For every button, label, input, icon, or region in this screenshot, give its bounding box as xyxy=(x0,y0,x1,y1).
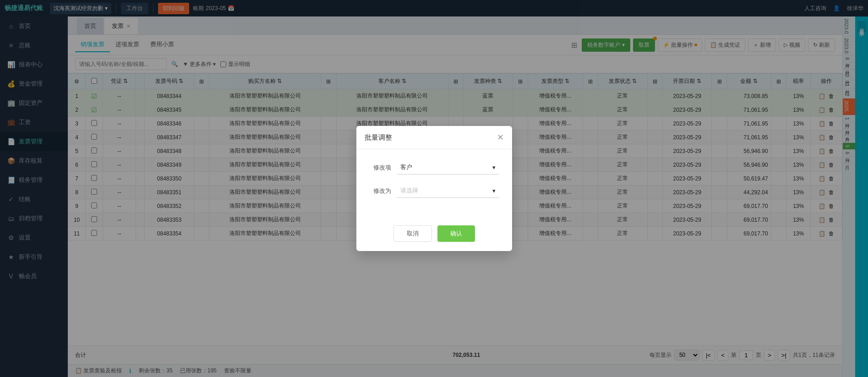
dropdown-arrow-icon: ▾ xyxy=(492,164,496,171)
modal-close-button[interactable]: ✕ xyxy=(497,132,504,142)
modal-footer: 取消 确认 xyxy=(356,218,512,251)
modify-to-label: 修改为 xyxy=(369,187,391,195)
modify-field-select[interactable]: 客户 ▾ xyxy=(397,160,499,175)
modify-to-select[interactable]: 请选择 ▾ xyxy=(397,184,499,198)
modify-to-row: 修改为 请选择 ▾ xyxy=(369,184,499,198)
modify-field-row: 修改项 客户 ▾ xyxy=(369,160,499,175)
confirm-button[interactable]: 确认 xyxy=(437,225,475,242)
cancel-button[interactable]: 取消 xyxy=(393,225,432,242)
dropdown-arrow2-icon: ▾ xyxy=(492,187,496,194)
modal-title: 批量调整 xyxy=(365,133,392,142)
modify-field-value: 客户 xyxy=(400,163,412,171)
batch-adjust-modal: 批量调整 ✕ 修改项 客户 ▾ 修改为 请选择 ▾ 取消 确认 xyxy=(356,126,512,251)
modify-field-label: 修改项 xyxy=(369,164,391,172)
modify-to-placeholder: 请选择 xyxy=(400,186,418,195)
modal-header: 批量调整 ✕ xyxy=(356,126,512,149)
modal-body: 修改项 客户 ▾ 修改为 请选择 ▾ xyxy=(356,149,512,218)
modal-overlay[interactable]: 批量调整 ✕ 修改项 客户 ▾ 修改为 请选择 ▾ 取消 确认 xyxy=(0,0,868,377)
